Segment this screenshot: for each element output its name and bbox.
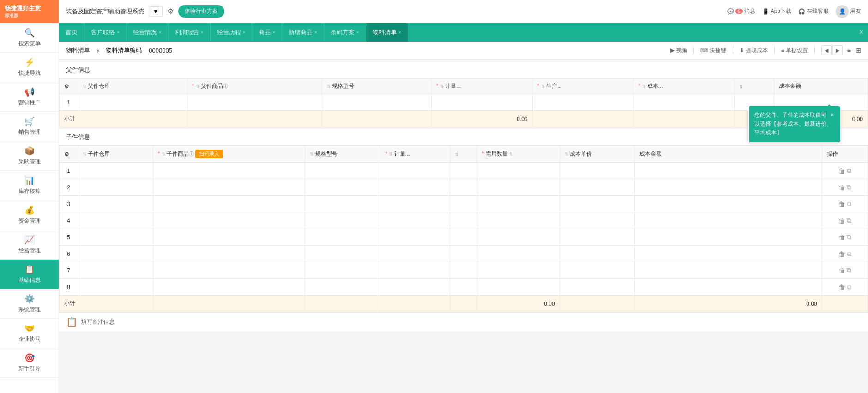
sort-icon-c6[interactable]: ⇅	[509, 151, 513, 157]
child-cell-warehouse-2[interactable]	[78, 179, 153, 196]
view-btn[interactable]: ▶ 视频	[670, 47, 687, 54]
parent-cell-product[interactable]	[187, 94, 322, 111]
child-cell-unit-3[interactable]	[380, 196, 450, 212]
child-cell-sort-8[interactable]	[450, 279, 477, 296]
child-cell-unit-cost-5[interactable]	[560, 229, 635, 246]
tab-new-goods-close[interactable]: ×	[314, 30, 317, 35]
child-cell-warehouse-8[interactable]	[78, 279, 153, 296]
delete-icon-8[interactable]: 🗑	[838, 284, 845, 291]
child-cell-warehouse-6[interactable]	[78, 246, 153, 262]
copy-icon-7[interactable]: ⧉	[847, 266, 851, 274]
sidebar-item-marketing[interactable]: 📢 营销推广	[0, 82, 59, 112]
tooltip-close-btn[interactable]: ×	[831, 111, 834, 120]
child-cell-unit-cost-3[interactable]	[560, 196, 635, 212]
tab-goods[interactable]: 商品 ×	[252, 23, 282, 42]
copy-icon-4[interactable]: ⧉	[847, 217, 851, 224]
child-col-gear[interactable]: ⚙	[60, 146, 78, 163]
tab-new-goods[interactable]: 新增商品 ×	[282, 23, 324, 42]
sort-icon7[interactable]: ⇅	[739, 84, 743, 89]
child-cell-unit-cost-7[interactable]	[560, 262, 635, 279]
child-cell-qty-5[interactable]	[477, 229, 560, 246]
copy-icon-1[interactable]: ⧉	[847, 167, 851, 175]
child-cell-qty-2[interactable]	[477, 179, 560, 196]
child-cell-qty-4[interactable]	[477, 212, 560, 229]
delete-icon-2[interactable]: 🗑	[838, 184, 845, 191]
child-cell-amount-1[interactable]	[635, 163, 822, 179]
child-cell-unit-cost-8[interactable]	[560, 279, 635, 296]
child-cell-amount-4[interactable]	[635, 212, 822, 229]
copy-icon-5[interactable]: ⧉	[847, 233, 851, 241]
child-cell-qty-6[interactable]	[477, 246, 560, 262]
child-cell-product-7[interactable]	[153, 262, 305, 279]
child-cell-product-6[interactable]	[153, 246, 305, 262]
sidebar-item-guide[interactable]: 🎯 新手引导	[0, 348, 59, 378]
child-cell-unit-2[interactable]	[380, 179, 450, 196]
sidebar-item-system[interactable]: ⚙️ 系统管理	[0, 289, 59, 319]
sidebar-item-inventory[interactable]: 📊 库存核算	[0, 171, 59, 200]
extract-cost-btn[interactable]: ⬇ 提取成本	[740, 47, 768, 54]
app-download-item[interactable]: 📱 App下载	[762, 7, 791, 15]
tab-profit[interactable]: 利润报告 ×	[169, 23, 211, 42]
nav-close-right[interactable]: ×	[855, 28, 868, 36]
sort-icon-c1[interactable]: ⇅	[83, 151, 86, 157]
child-cell-product-4[interactable]	[153, 212, 305, 229]
parent-cell-produce[interactable]	[532, 94, 633, 111]
child-cell-unit-7[interactable]	[380, 262, 450, 279]
sidebar-item-collab[interactable]: 🤝 企业协同	[0, 319, 59, 348]
tab-barcode-close[interactable]: ×	[356, 30, 359, 35]
info-icon[interactable]: ⓘ	[223, 83, 228, 89]
sort-icon-c2[interactable]: ⇅	[162, 151, 165, 157]
child-cell-unit-cost-2[interactable]	[560, 179, 635, 196]
child-cell-sort-2[interactable]	[450, 179, 477, 196]
sort-icon-c3[interactable]: ⇅	[310, 151, 313, 157]
sort-icon-c5[interactable]: ⇅	[455, 152, 458, 157]
child-cell-amount-6[interactable]	[635, 246, 822, 262]
child-cell-warehouse-5[interactable]	[78, 229, 153, 246]
child-cell-spec-8[interactable]	[305, 279, 380, 296]
child-cell-qty-1[interactable]	[477, 163, 560, 179]
single-setting-btn[interactable]: ≡ 单据设置	[781, 47, 808, 54]
child-cell-product-3[interactable]	[153, 196, 305, 212]
sort-icon-c4[interactable]: ⇅	[389, 151, 392, 157]
child-cell-spec-4[interactable]	[305, 212, 380, 229]
parent-cell-spec[interactable]	[322, 94, 432, 111]
sort-icon3[interactable]: ⇅	[327, 84, 331, 89]
system-selector[interactable]: ▼	[149, 6, 163, 17]
grid-btn[interactable]: ⊞	[856, 47, 861, 54]
child-cell-warehouse-7[interactable]	[78, 262, 153, 279]
child-cell-unit-1[interactable]	[380, 163, 450, 179]
trial-btn[interactable]: 体验行业方案	[178, 5, 224, 18]
tab-customer[interactable]: 客户联络 ×	[84, 23, 127, 42]
delete-icon-7[interactable]: 🗑	[838, 267, 845, 274]
tab-biz-status-close[interactable]: ×	[159, 30, 162, 35]
child-cell-amount-8[interactable]	[635, 279, 822, 296]
child-cell-unit-8[interactable]	[380, 279, 450, 296]
sort-icon4[interactable]: ⇅	[440, 84, 444, 89]
child-cell-product-1[interactable]	[153, 163, 305, 179]
child-cell-amount-2[interactable]	[635, 179, 822, 196]
child-cell-product-8[interactable]	[153, 279, 305, 296]
child-cell-sort-1[interactable]	[450, 163, 477, 179]
sort-icon-c7[interactable]: ⇅	[565, 151, 568, 157]
child-cell-unit-5[interactable]	[380, 229, 450, 246]
child-cell-qty-7[interactable]	[477, 262, 560, 279]
child-cell-amount-7[interactable]	[635, 262, 822, 279]
child-cell-spec-1[interactable]	[305, 163, 380, 179]
child-cell-amount-5[interactable]	[635, 229, 822, 246]
user-item[interactable]: 👤 用友	[836, 5, 861, 18]
copy-icon-2[interactable]: ⧉	[847, 183, 851, 191]
parent-cell-unit[interactable]	[431, 94, 532, 111]
delete-icon-5[interactable]: 🗑	[838, 234, 845, 241]
page-next-btn[interactable]: ▶	[832, 45, 843, 55]
scan-btn[interactable]: 扫码录入	[195, 150, 223, 158]
sidebar-item-search[interactable]: 🔍 搜索菜单	[0, 23, 59, 53]
child-cell-product-5[interactable]	[153, 229, 305, 246]
sidebar-item-purchase[interactable]: 📦 采购管理	[0, 141, 59, 171]
tab-biz-status[interactable]: 经营情况 ×	[127, 23, 169, 42]
delete-icon-6[interactable]: 🗑	[838, 250, 845, 258]
tab-barcode[interactable]: 条码方案 ×	[324, 23, 366, 42]
child-cell-sort-6[interactable]	[450, 246, 477, 262]
tab-bom-close[interactable]: ×	[398, 30, 401, 35]
tab-profit-close[interactable]: ×	[201, 30, 204, 35]
sidebar-item-ops[interactable]: 📈 经营管理	[0, 230, 59, 260]
